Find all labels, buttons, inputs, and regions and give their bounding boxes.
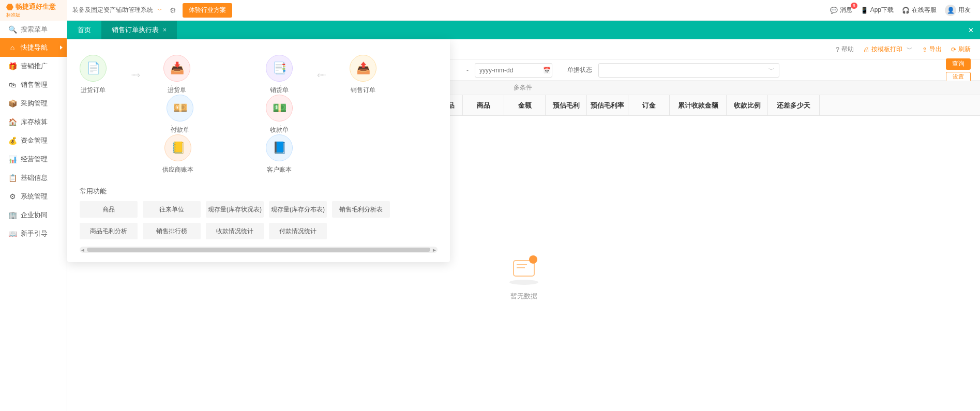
- close-all-icon[interactable]: ✕: [961, 21, 980, 39]
- sidebar-item-inventory[interactable]: 🏠库存核算: [0, 113, 67, 131]
- user-name: 用友: [958, 6, 971, 14]
- status-label: 单据状态: [567, 66, 592, 74]
- sidebar-item-operation[interactable]: 📊经营管理: [0, 150, 67, 169]
- tab-home[interactable]: 首页: [67, 21, 101, 39]
- table-column-header[interactable]: 商品: [463, 95, 504, 115]
- sidebar-item-marketing[interactable]: 🎁营销推广: [0, 57, 67, 75]
- query-button[interactable]: 查询: [946, 58, 971, 70]
- sidebar-item-purchase[interactable]: 📦采购管理: [0, 94, 67, 113]
- flow-node-purchase-order[interactable]: 📄 进货订单: [80, 55, 107, 95]
- table-column-header[interactable]: 还差多少天: [768, 95, 820, 115]
- chevron-down-icon: ﹀: [157, 7, 162, 14]
- sidebar-item-sales[interactable]: 🛍销售管理: [0, 75, 67, 94]
- sidebar-label: 系统管理: [21, 192, 48, 201]
- system-dropdown[interactable]: 装备及固定资产辅助管理系统 ﹀ ⚙: [72, 6, 176, 14]
- empty-text: 暂无数据: [503, 292, 545, 301]
- headset-icon: 🎧: [902, 7, 910, 14]
- func-stock-status[interactable]: 现存量(库存状况表): [206, 201, 264, 218]
- sidebar-label: 库存核算: [21, 117, 48, 127]
- chevron-down-icon: ﹀: [768, 66, 775, 74]
- messages-link[interactable]: 💬 消息 6: [830, 6, 852, 14]
- sidebar-item-finance[interactable]: 💰资金管理: [0, 131, 67, 150]
- svg-point-0: [509, 280, 538, 285]
- money-icon: 💰: [8, 136, 17, 145]
- sidebar-search[interactable]: 🔍 搜索菜单: [0, 21, 67, 38]
- sidebar-label: 销售管理: [21, 80, 48, 89]
- sidebar-item-quicknav[interactable]: ⌂快捷导航: [0, 38, 67, 57]
- flow-label: 进货订单: [81, 86, 105, 95]
- func-receipt-stats[interactable]: 收款情况统计: [206, 223, 264, 239]
- receipt-icon: 💵: [266, 95, 293, 121]
- common-functions: 商品 往来单位 现存量(库存状况表) 现存量(库存分布表) 销售毛利分析表 商品…: [80, 201, 438, 239]
- func-sales-rank[interactable]: 销售排行榜: [143, 223, 201, 239]
- messages-badge: 6: [851, 3, 857, 9]
- search-icon: 🔍: [8, 25, 17, 34]
- avatar-icon: 👤: [945, 5, 956, 16]
- gear-icon[interactable]: ⚙: [170, 6, 176, 14]
- refresh-button[interactable]: ⟳刷新: [951, 45, 971, 54]
- logo-icon: ⬣: [6, 2, 13, 12]
- help-icon: ?: [836, 46, 839, 53]
- sidebar-item-basic[interactable]: 📋基础信息: [0, 169, 67, 187]
- sidebar-item-system[interactable]: ⚙系统管理: [0, 187, 67, 206]
- func-stock-dist[interactable]: 现存量(库存分布表): [269, 201, 327, 218]
- close-icon[interactable]: ×: [163, 26, 167, 34]
- func-sales-profit[interactable]: 销售毛利分析表: [332, 201, 390, 218]
- flow-node-sales-order[interactable]: 📤 销售订单: [350, 55, 376, 95]
- top-header: ⬣畅捷通好生意 标准版 装备及固定资产辅助管理系统 ﹀ ⚙ 体验行业方案 💬 消…: [0, 0, 980, 21]
- date-to-wrapper: 📅: [475, 63, 551, 78]
- arrow-right-icon: ·····›: [122, 70, 148, 80]
- table-column-header[interactable]: 预估毛利: [546, 95, 587, 115]
- status-select[interactable]: ﹀: [598, 63, 779, 78]
- flow-node-supplier-ledger[interactable]: 📒 供应商账本: [162, 134, 193, 174]
- messages-label: 消息: [840, 6, 852, 14]
- print-button[interactable]: 🖨按模板打印﹀: [863, 45, 913, 54]
- scroll-thumb[interactable]: [87, 248, 430, 252]
- cart-icon: 🛍: [8, 81, 17, 89]
- table-column-header[interactable]: 累计收款金额: [670, 95, 727, 115]
- download-link[interactable]: 📱 App下载: [861, 6, 894, 14]
- building-icon: 🏢: [8, 211, 17, 219]
- flow-label: 销售订单: [351, 86, 375, 95]
- func-product-profit[interactable]: 商品毛利分析: [80, 223, 138, 239]
- experience-button[interactable]: 体验行业方案: [183, 3, 232, 18]
- empty-state: 暂无数据: [503, 250, 545, 301]
- table-column-header[interactable]: 金额: [504, 95, 546, 115]
- arrow-down-icon: ⋮↓: [169, 84, 178, 92]
- print-icon: 🖨: [863, 46, 869, 53]
- arrow-down-icon: ⋮↓: [169, 124, 178, 131]
- func-contacts[interactable]: 往来单位: [143, 201, 201, 218]
- export-button[interactable]: ⇪导出: [922, 45, 942, 54]
- content: 首页 销售订单执行表 × ✕ ?帮助 🖨按模板打印﹀ ⇪导出 ⟳刷新 - 📅 单…: [67, 21, 980, 411]
- payment-icon: 💴: [167, 95, 193, 121]
- arrow-down-icon: ⋮↓: [277, 84, 287, 92]
- warehouse-icon: 🏠: [8, 118, 17, 126]
- doc-out-icon: 📤: [350, 55, 376, 82]
- flow-node-customer-ledger[interactable]: 📘 客户账本: [266, 134, 293, 174]
- arrow-down-icon: ⋮↓: [277, 124, 287, 131]
- sidebar-label: 新手引导: [21, 229, 48, 238]
- func-payment-stats[interactable]: 付款情况统计: [269, 223, 327, 239]
- scroll-right-icon[interactable]: ►: [431, 247, 438, 253]
- user-menu[interactable]: 👤 用友: [945, 5, 971, 16]
- popover-scrollbar[interactable]: ◄ ►: [80, 247, 438, 253]
- table-column-header[interactable]: 预估毛利率: [587, 95, 628, 115]
- service-link[interactable]: 🎧 在线客服: [902, 6, 937, 14]
- tab-label: 首页: [78, 25, 91, 35]
- scroll-left-icon[interactable]: ◄: [80, 247, 86, 253]
- table-column-header[interactable]: 订金: [628, 95, 670, 115]
- quicknav-popover: 📄 进货订单 ·····› 📥 进货单 ⋮↓ 💴: [67, 39, 450, 262]
- help-button[interactable]: ?帮助: [836, 45, 854, 54]
- sidebar-item-collab[interactable]: 🏢企业协同: [0, 206, 67, 224]
- func-product[interactable]: 商品: [80, 201, 138, 218]
- table-column-header[interactable]: 收款比例: [727, 95, 768, 115]
- export-icon: ⇪: [922, 46, 927, 53]
- doc-list-icon: 📑: [266, 55, 293, 82]
- refresh-label: 刷新: [958, 45, 971, 54]
- more-conditions-label: 多条件: [514, 83, 532, 92]
- arrow-left-icon: ‹·····: [308, 70, 334, 80]
- tab-sales-order-exec[interactable]: 销售订单执行表 ×: [101, 21, 177, 39]
- chevron-down-icon: ﹀: [907, 45, 913, 54]
- date-to-input[interactable]: [475, 63, 552, 78]
- sidebar-item-guide[interactable]: 📖新手引导: [0, 224, 67, 243]
